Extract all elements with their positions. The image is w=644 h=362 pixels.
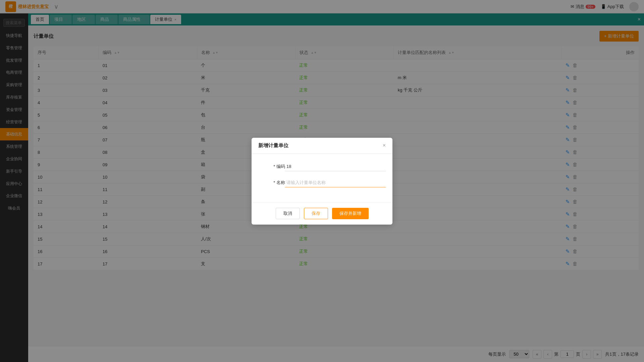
code-input[interactable] <box>285 162 386 171</box>
modal-title: 新增计量单位 <box>258 142 288 149</box>
name-input[interactable] <box>285 178 386 187</box>
form-row-name: * 名称 <box>258 178 386 187</box>
modal-header: 新增计量单位 × <box>252 138 392 154</box>
form-label-name: * 名称 <box>258 180 285 186</box>
modal-close-btn[interactable]: × <box>383 142 386 148</box>
form-row-code: * 编码 <box>258 162 386 171</box>
save-button[interactable]: 保存 <box>304 208 328 219</box>
modal-overlay[interactable]: 新增计量单位 × * 编码 * 名称 取消 保存 保存并新增 <box>0 0 644 362</box>
save-and-new-button[interactable]: 保存并新增 <box>332 208 369 219</box>
modal-body: * 编码 * 名称 <box>252 154 392 202</box>
modal-footer: 取消 保存 保存并新增 <box>252 202 392 225</box>
add-unit-modal: 新增计量单位 × * 编码 * 名称 取消 保存 保存并新增 <box>252 138 392 225</box>
cancel-button[interactable]: 取消 <box>276 208 300 219</box>
form-label-code: * 编码 <box>258 164 285 170</box>
